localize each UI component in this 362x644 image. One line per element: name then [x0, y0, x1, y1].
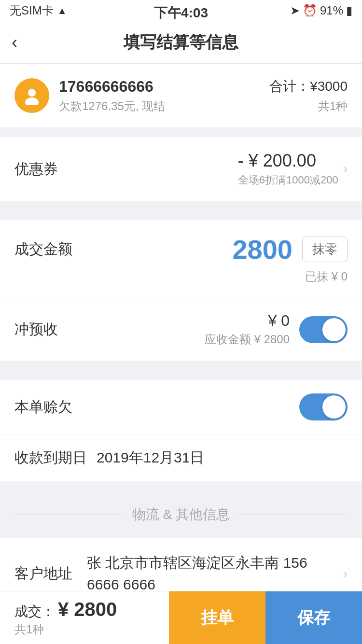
due-date-section: 收款到期日 2019年12月31日 [0, 434, 362, 481]
bottom-total-label: 成交： [14, 602, 55, 621]
order-total: 合计：¥3000 [269, 77, 348, 96]
rush-deposit-row: 冲预收 ¥ 0 应收金额 ¥ 2800 [14, 312, 348, 347]
carrier-text: 无SIM卡 [10, 3, 54, 18]
debt-toggle-knob [322, 395, 346, 419]
location-icon: ➤ [290, 4, 300, 17]
coupon-amount: - ¥ 200.00 [238, 151, 338, 171]
battery-icon: ▮ [346, 4, 352, 17]
battery-text: 91% [320, 4, 343, 17]
bottom-total: 成交： ¥ 2800 共1种 [0, 599, 169, 637]
rush-deposit-sub: 应收金额 ¥ 2800 [205, 332, 290, 347]
user-phone: 17666666666 [59, 78, 165, 96]
rush-amount-block: ¥ 0 应收金额 ¥ 2800 [205, 312, 290, 347]
status-time: 下午4:03 [154, 4, 208, 22]
nav-bar: ‹ 填写结算等信息 [0, 21, 362, 64]
debt-toggle[interactable] [299, 393, 348, 420]
hold-button[interactable]: 挂单 [169, 591, 265, 644]
coupon-chevron-icon: › [343, 161, 348, 177]
logistics-line-left [14, 515, 123, 515]
address-label: 客户地址 [14, 564, 72, 584]
coupon-right: - ¥ 200.00 全场6折满1000减200 › [238, 151, 348, 187]
address-chevron-icon: › [343, 566, 348, 581]
this-order-debt-section: 本单赊欠 [0, 380, 362, 434]
status-bar: 无SIM卡 ▲ 下午4:03 ➤ ⏰ 91% ▮ [0, 0, 362, 21]
order-count: 共1种 [269, 98, 348, 114]
deal-amount-value: 2800 [232, 234, 292, 265]
coupon-info: - ¥ 200.00 全场6折满1000减200 [238, 151, 338, 187]
logistics-divider: 物流 & 其他信息 [0, 491, 362, 538]
due-date-value: 2019年12月31日 [97, 448, 204, 468]
user-right: 合计：¥3000 共1种 [269, 77, 348, 114]
wifi-icon: ▲ [57, 5, 67, 16]
rush-deposit-amount: ¥ 0 [205, 312, 290, 330]
toggle-knob [322, 318, 346, 341]
bottom-total-amount: ¥ 2800 [58, 599, 117, 620]
svg-point-1 [25, 98, 39, 105]
svg-point-0 [28, 89, 36, 97]
rush-deposit-label: 冲预收 [14, 320, 58, 339]
deal-amount-sub: 已抹 ¥ 0 [14, 269, 348, 284]
page-title: 填写结算等信息 [124, 31, 238, 54]
logistics-label: 物流 & 其他信息 [123, 505, 239, 524]
status-right: ➤ ⏰ 91% ▮ [290, 4, 352, 17]
user-card: 17666666666 欠款1276.35元, 现结 合计：¥3000 共1种 [0, 64, 362, 127]
status-left: 无SIM卡 ▲ [10, 3, 67, 18]
bottom-total-row: 成交： ¥ 2800 [14, 599, 154, 621]
avatar [14, 78, 49, 113]
round-zero-button[interactable]: 抹零 [302, 237, 348, 262]
logistics-line-right [239, 515, 348, 515]
section-separator-1 [0, 210, 362, 220]
alarm-icon: ⏰ [303, 4, 317, 17]
save-button[interactable]: 保存 [265, 591, 362, 644]
rush-deposit-right: ¥ 0 应收金额 ¥ 2800 [205, 312, 348, 347]
user-left: 17666666666 欠款1276.35元, 现结 [14, 78, 165, 114]
section-separator-2 [0, 361, 362, 370]
coupon-label: 优惠券 [14, 159, 58, 179]
deal-amount-label: 成交金额 [14, 239, 72, 259]
coupon-desc: 全场6折满1000减200 [238, 173, 338, 187]
rush-deposit-toggle[interactable] [299, 316, 348, 343]
coupon-row[interactable]: 优惠券 - ¥ 200.00 全场6折满1000减200 › [0, 137, 362, 201]
user-info: 17666666666 欠款1276.35元, 现结 [59, 78, 165, 114]
rush-deposit-section: 冲预收 ¥ 0 应收金额 ¥ 2800 [0, 298, 362, 361]
deal-amount-right: 2800 抹零 [232, 234, 348, 265]
deal-amount-row: 成交金额 2800 抹零 [14, 234, 348, 265]
address-value: 张 北京市市辖区海淀区永丰南 156 6666 6666 [87, 552, 343, 595]
user-debt: 欠款1276.35元, 现结 [59, 98, 165, 114]
bottom-bar: 成交： ¥ 2800 共1种 挂单 保存 [0, 591, 362, 644]
back-button[interactable]: ‹ [12, 32, 17, 53]
bottom-total-count: 共1种 [14, 622, 154, 637]
deal-amount-section: 成交金额 2800 抹零 已抹 ¥ 0 [0, 220, 362, 298]
due-date-label: 收款到期日 [14, 448, 87, 468]
this-order-debt-label: 本单赊欠 [14, 397, 72, 417]
